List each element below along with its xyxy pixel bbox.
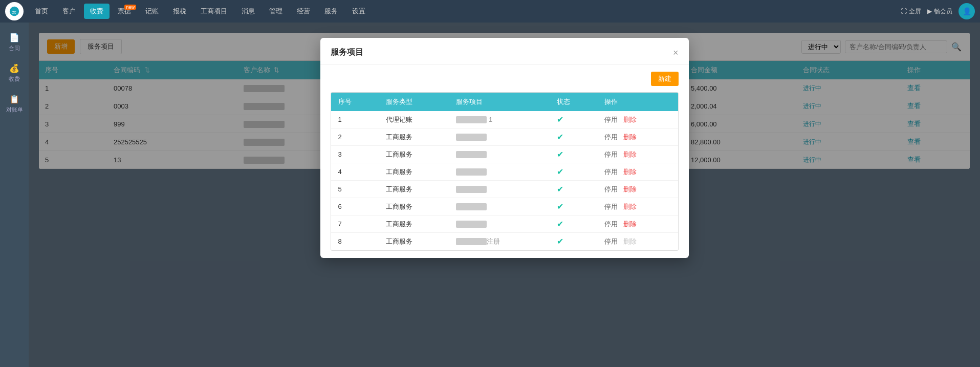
modal-cell-type: 工商服务 xyxy=(379,128,449,146)
modal-cell-status: ✔ xyxy=(550,128,597,146)
modal-overlay: 服务项目 × 新建 序号 服务类型 服务项目 xyxy=(29,23,980,367)
modal-col-item: 服务项目 xyxy=(449,93,549,111)
sidebar-item-fee[interactable]: 💰 收费 xyxy=(2,58,27,87)
nav-service[interactable]: 服务 xyxy=(318,4,344,19)
nav-customer[interactable]: 客户 xyxy=(56,4,82,19)
modal-close-button[interactable]: × xyxy=(673,48,679,57)
delete-button[interactable]: 删除 xyxy=(623,203,637,210)
modal-cell-item xyxy=(449,215,549,233)
stop-button[interactable]: 停用 xyxy=(604,238,618,245)
stop-button[interactable]: 停用 xyxy=(604,150,618,158)
status-check-icon: ✔ xyxy=(557,115,563,124)
modal-cell-type: 工商服务 xyxy=(379,181,449,198)
modal-cell-item xyxy=(449,146,549,163)
nav-message[interactable]: 消息 xyxy=(235,4,261,19)
modal-cell-item xyxy=(449,163,549,181)
modal-cell-item: 注册 xyxy=(449,233,549,250)
fee-icon: 💰 xyxy=(9,62,20,74)
modal-new-button[interactable]: 新建 xyxy=(651,72,679,86)
service-modal: 服务项目 × 新建 序号 服务类型 服务项目 xyxy=(320,38,689,258)
modal-table-row: 7 工商服务 ✔ 停用 删除 xyxy=(331,215,678,233)
nav-bookkeeping[interactable]: 记账 xyxy=(139,4,165,19)
modal-body: 新建 序号 服务类型 服务项目 状态 操作 xyxy=(320,64,689,258)
status-check-icon: ✔ xyxy=(557,220,563,228)
nav-operate[interactable]: 经营 xyxy=(291,4,316,19)
modal-col-type: 服务类型 xyxy=(379,93,449,111)
status-check-icon: ✔ xyxy=(557,150,563,159)
modal-toolbar: 新建 xyxy=(331,72,679,86)
modal-cell-action: 停用 删除 xyxy=(597,146,678,163)
member-button[interactable]: ▶ 畅会员 xyxy=(927,7,952,16)
new-badge: new xyxy=(124,5,136,10)
modal-cell-type: 工商服务 xyxy=(379,233,449,250)
stop-button[interactable]: 停用 xyxy=(604,133,618,141)
delete-button[interactable]: 删除 xyxy=(623,150,637,158)
nav-tax[interactable]: 报税 xyxy=(167,4,192,19)
modal-cell-seq: 1 xyxy=(331,111,379,128)
modal-cell-action: 停用 删除 xyxy=(597,181,678,198)
modal-cell-action: 停用 删除 xyxy=(597,163,678,181)
modal-cell-seq: 8 xyxy=(331,233,379,250)
modal-col-status: 状态 xyxy=(550,93,597,111)
nav-business[interactable]: 工商项目 xyxy=(194,4,233,19)
modal-cell-status: ✔ xyxy=(550,163,597,181)
sidebar: 📄 合同 💰 收费 📋 对账单 xyxy=(0,23,29,367)
delete-button[interactable]: 删除 xyxy=(623,220,637,228)
nav-items: 首页 客户 收费 票据 new 记账 报税 工商项目 消息 管理 经营 服务 设… xyxy=(29,4,901,19)
modal-col-seq: 序号 xyxy=(331,93,379,111)
delete-button: 删除 xyxy=(623,238,637,245)
nav-manage[interactable]: 管理 xyxy=(263,4,289,19)
modal-cell-item: 1 xyxy=(449,111,549,128)
sidebar-item-statement[interactable]: 📋 对账单 xyxy=(2,89,27,118)
stop-button[interactable]: 停用 xyxy=(604,116,618,123)
modal-cell-action: 停用 删除 xyxy=(597,215,678,233)
nav-home[interactable]: 首页 xyxy=(29,4,54,19)
svg-text:云: 云 xyxy=(12,9,16,14)
modal-header: 服务项目 × xyxy=(320,38,689,64)
status-check-icon: ✔ xyxy=(557,202,563,211)
modal-table-row: 8 工商服务 注册 ✔ 停用 删除 xyxy=(331,233,678,250)
main-content: 新增 服务项目 进行中 已完成 已终止 🔍 序号 合同编 xyxy=(29,23,980,367)
modal-cell-action: 停用 删除 xyxy=(597,128,678,146)
modal-cell-action: 停用 删除 xyxy=(597,198,678,215)
modal-cell-action: 停用 删除 xyxy=(597,233,678,250)
modal-cell-action: 停用 删除 xyxy=(597,111,678,128)
nav-settings[interactable]: 设置 xyxy=(346,4,372,19)
modal-table-wrap[interactable]: 序号 服务类型 服务项目 状态 操作 1 代理记账 1 ✔ 停 xyxy=(331,92,679,251)
nav-ticket[interactable]: 票据 new xyxy=(112,4,137,19)
user-avatar[interactable]: 👤 xyxy=(959,3,975,19)
member-icon: ▶ xyxy=(927,8,932,15)
modal-cell-item xyxy=(449,181,549,198)
nav-right: ⛶ 全屏 ▶ 畅会员 👤 xyxy=(901,3,975,19)
app-logo: 云 xyxy=(5,2,24,20)
status-check-icon: ✔ xyxy=(557,185,563,193)
delete-button[interactable]: 删除 xyxy=(623,185,637,193)
stop-button[interactable]: 停用 xyxy=(604,220,618,228)
modal-cell-seq: 7 xyxy=(331,215,379,233)
delete-button[interactable]: 删除 xyxy=(623,133,637,141)
stop-button[interactable]: 停用 xyxy=(604,168,618,176)
nav-fee[interactable]: 收费 xyxy=(84,4,110,19)
fullscreen-button[interactable]: ⛶ 全屏 xyxy=(901,7,921,16)
delete-button[interactable]: 删除 xyxy=(623,168,637,176)
modal-cell-status: ✔ xyxy=(550,146,597,163)
modal-cell-type: 代理记账 xyxy=(379,111,449,128)
sidebar-item-contract[interactable]: 📄 合同 xyxy=(2,28,27,56)
main-layout: 📄 合同 💰 收费 📋 对账单 新增 服务项目 进行中 已完成 已终止 xyxy=(0,23,980,367)
modal-table-row: 5 工商服务 ✔ 停用 删除 xyxy=(331,181,678,198)
modal-table-row: 2 工商服务 ✔ 停用 删除 xyxy=(331,128,678,146)
modal-cell-status: ✔ xyxy=(550,111,597,128)
modal-cell-status: ✔ xyxy=(550,215,597,233)
statement-icon: 📋 xyxy=(9,93,20,104)
modal-cell-seq: 2 xyxy=(331,128,379,146)
modal-cell-seq: 6 xyxy=(331,198,379,215)
contract-icon: 📄 xyxy=(9,32,20,43)
status-check-icon: ✔ xyxy=(557,133,563,141)
modal-table-row: 6 工商服务 ✔ 停用 删除 xyxy=(331,198,678,215)
modal-cell-type: 工商服务 xyxy=(379,215,449,233)
stop-button[interactable]: 停用 xyxy=(604,203,618,210)
modal-cell-status: ✔ xyxy=(550,198,597,215)
stop-button[interactable]: 停用 xyxy=(604,185,618,193)
delete-button[interactable]: 删除 xyxy=(623,116,637,123)
modal-cell-type: 工商服务 xyxy=(379,198,449,215)
